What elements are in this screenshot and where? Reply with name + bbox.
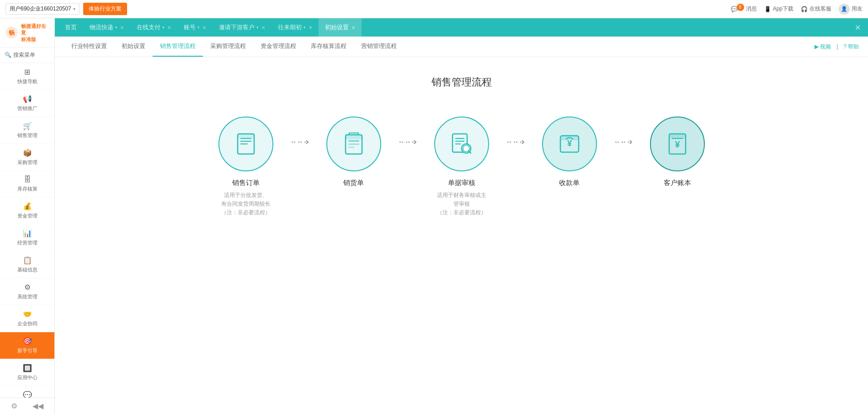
app-download-label: App下载	[773, 5, 793, 13]
search-label: 搜索菜单	[13, 51, 35, 59]
collapse-icon[interactable]: ◀◀	[32, 402, 43, 410]
flow-item-payment: ¥ 收款单	[528, 117, 611, 191]
play-icon: ▶	[815, 43, 819, 50]
flow-circle-payment[interactable]: ¥	[542, 117, 597, 171]
sub-tab-3[interactable]: 采购管理流程	[203, 37, 253, 57]
user-avatar-item[interactable]: 👤 用友	[839, 4, 863, 15]
svg-text:畅: 畅	[9, 29, 15, 36]
sub-tab-5[interactable]: 库存核算流程	[304, 37, 354, 57]
sidebar-label-10: 新手引导	[17, 347, 37, 354]
sidebar-item-5[interactable]: 💰资金管理	[0, 197, 54, 224]
sidebar-label-7: 基础信息	[17, 266, 37, 273]
sidebar-item-2[interactable]: 🛒销售管理	[0, 117, 54, 144]
nav-tab-4[interactable]: 邀请下游客户 ▾ ✕	[213, 18, 272, 37]
sidebar-icon-6: 📊	[23, 229, 32, 238]
sub-tab-1[interactable]: 初始设置	[114, 37, 153, 57]
sidebar-item-11[interactable]: 🔲应用中心	[0, 359, 54, 386]
nav-tab-close-6[interactable]: ✕	[351, 25, 355, 30]
nav-tab-6[interactable]: 初始设置 ✕	[319, 18, 362, 37]
nav-tab-close-5[interactable]: ✕	[309, 25, 312, 30]
sidebar-icon-8: ⚙	[24, 283, 31, 292]
arrow-icon-2	[399, 138, 417, 147]
top-bar-right: 💬 6 消息 📱 App下载 🎧 在线客服 👤 用友	[731, 4, 863, 15]
sub-tab-4[interactable]: 资金管理流程	[253, 37, 304, 57]
svg-rect-6	[238, 134, 254, 138]
sidebar-item-9[interactable]: 🤝企业协同	[0, 305, 54, 332]
nav-tab-close-4[interactable]: ✕	[261, 25, 265, 30]
nav-tab-arrow-5[interactable]: ▾	[304, 25, 306, 30]
sub-tab-6[interactable]: 营销管理流程	[354, 37, 404, 57]
sidebar-item-0[interactable]: ⊞快捷导航	[0, 63, 54, 90]
nav-tab-1[interactable]: 物流快递 ▾ ✕	[83, 18, 130, 37]
sub-tab-0[interactable]: 行业特性设置	[64, 37, 114, 57]
sidebar-icon-7: 📋	[23, 256, 32, 265]
message-item[interactable]: 💬 6 消息	[731, 5, 757, 13]
flow-arrow-2	[395, 138, 421, 147]
user-selector[interactable]: 用户690企业1660120507 ▾	[5, 3, 80, 15]
sidebar-search-item[interactable]: 🔍 搜索菜单	[0, 48, 54, 63]
sidebar-item-4[interactable]: 🗄库存核算	[0, 171, 54, 197]
sidebar-icon-12: 💬	[23, 391, 32, 398]
sub-tab-2[interactable]: 销售管理流程	[153, 37, 203, 57]
sidebar-bottom: ⚙ ◀◀	[0, 398, 54, 414]
search-icon: 🔍	[5, 52, 11, 58]
nav-tab-5[interactable]: 往来期初 ▾ ✕	[272, 18, 319, 37]
sidebar-label-0: 快捷导航	[17, 78, 37, 85]
flow-arrow-3	[503, 138, 528, 147]
svg-text:¥: ¥	[675, 139, 680, 149]
nav-tab-label-0: 首页	[65, 23, 77, 32]
sidebar-item-8[interactable]: ⚙系统管理	[0, 278, 54, 305]
sidebar-item-10[interactable]: 🎯新手引导	[0, 332, 54, 359]
close-all-tabs-icon[interactable]: ✕	[851, 23, 864, 32]
arrow-icon-1	[291, 138, 309, 147]
nav-tab-0[interactable]: 首页	[59, 18, 83, 37]
settings-icon[interactable]: ⚙	[11, 402, 17, 410]
sidebar-item-1[interactable]: 📢营销推广	[0, 90, 54, 117]
sidebar-item-12[interactable]: 💬企业微信	[0, 386, 54, 398]
sidebar-item-7[interactable]: 📋基础信息	[0, 251, 54, 278]
sidebar-icon-5: 💰	[23, 202, 32, 211]
nav-tab-arrow-3[interactable]: ▾	[197, 25, 200, 30]
sidebar-icon-10: 🎯	[23, 337, 32, 345]
flow-arrow-1	[287, 138, 313, 147]
sidebar-label-3: 采购管理	[17, 159, 37, 166]
svg-rect-12	[348, 143, 359, 145]
flow-diagram: 销售订单 适用于分批发货、有合同发货周期较长（注：非必要流程）	[64, 117, 859, 218]
nav-tab-label-3: 账号	[184, 23, 196, 32]
flow-item-account: ¥ 客户账本	[636, 117, 719, 191]
online-service-label: 在线客服	[809, 5, 831, 13]
logo-icon: 畅	[5, 25, 18, 40]
flow-circle-delivery[interactable]	[326, 117, 381, 171]
online-service-item[interactable]: 🎧 在线客服	[801, 5, 831, 13]
flow-item-delivery: 销货单	[313, 117, 395, 191]
nav-tab-close-3[interactable]: ✕	[202, 25, 206, 30]
nav-tabs: 首页物流快递 ▾ ✕在线支付 ▾ ✕账号 ▾ ✕邀请下游客户 ▾ ✕往来期初 ▾…	[55, 18, 868, 37]
sidebar-logo[interactable]: 畅 畅捷通好生意 标准版	[0, 18, 54, 48]
sales-order-icon	[233, 131, 259, 157]
nav-tab-close-2[interactable]: ✕	[167, 25, 171, 30]
top-bar: 用户690企业1660120507 ▾ 体验行业方案 💬 6 消息 📱 App下…	[0, 0, 868, 18]
nav-tab-3[interactable]: 账号 ▾ ✕	[177, 18, 213, 37]
nav-tab-2[interactable]: 在线支付 ▾ ✕	[130, 18, 177, 37]
main-layout: 畅 畅捷通好生意 标准版 🔍 搜索菜单 ⊞快捷导航📢营销推广🛒销售管理📦采购管理…	[0, 18, 868, 414]
video-link[interactable]: ▶ 视频	[815, 43, 831, 51]
flow-circle-sales-order[interactable]	[218, 117, 273, 171]
app-download-item[interactable]: 📱 App下载	[764, 5, 793, 13]
app-icon: 📱	[764, 6, 771, 12]
help-link[interactable]: ? 帮助	[843, 43, 859, 51]
nav-tab-arrow-1[interactable]: ▾	[115, 25, 117, 30]
nav-tab-close-1[interactable]: ✕	[120, 25, 124, 30]
flow-label-delivery: 销货单	[343, 179, 364, 187]
account-icon: ¥	[665, 131, 690, 157]
sidebar-item-6[interactable]: 📊经营管理	[0, 224, 54, 251]
arrow-icon-3	[506, 138, 525, 147]
nav-tab-arrow-2[interactable]: ▾	[162, 25, 165, 30]
flow-label-account: 客户账本	[664, 179, 691, 187]
flow-circle-audit[interactable]	[434, 117, 489, 171]
sidebar-label-2: 销售管理	[17, 132, 37, 139]
nav-tab-arrow-4[interactable]: ▾	[256, 25, 259, 30]
trial-button[interactable]: 体验行业方案	[83, 3, 127, 15]
svg-rect-13	[348, 147, 355, 148]
flow-circle-account[interactable]: ¥	[650, 117, 705, 171]
sidebar-item-3[interactable]: 📦采购管理	[0, 144, 54, 171]
